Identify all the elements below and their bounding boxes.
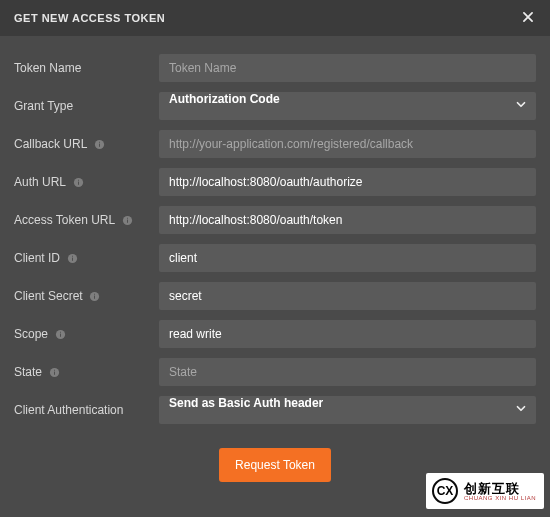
row-client-auth: Client Authentication Send as Basic Auth… (14, 396, 536, 424)
info-icon (48, 366, 60, 378)
svg-rect-19 (54, 371, 55, 374)
callback-url-input[interactable] (159, 130, 536, 158)
label-text: State (14, 365, 42, 379)
select-value: Send as Basic Auth header (169, 396, 323, 410)
svg-rect-17 (60, 331, 61, 332)
modal-body: Token Name Grant Type Authorization Code… (0, 36, 550, 504)
label-client-secret: Client Secret (14, 289, 159, 303)
label-callback-url: Callback URL (14, 137, 159, 151)
row-state: State (14, 358, 536, 386)
info-icon (54, 328, 66, 340)
row-client-id: Client ID (14, 244, 536, 272)
watermark-logo: CX (432, 478, 458, 504)
svg-rect-7 (127, 219, 128, 222)
svg-rect-20 (54, 369, 55, 370)
watermark: CX 创新互联 CHUANG XIN HU LIAN (426, 473, 544, 509)
svg-rect-2 (99, 141, 100, 142)
row-auth-url: Auth URL (14, 168, 536, 196)
row-callback-url: Callback URL (14, 130, 536, 158)
info-icon (121, 214, 133, 226)
svg-rect-13 (94, 295, 95, 298)
state-input[interactable] (159, 358, 536, 386)
svg-rect-8 (127, 217, 128, 218)
label-text: Client Secret (14, 289, 83, 303)
label-text: Callback URL (14, 137, 87, 151)
info-icon (93, 138, 105, 150)
label-text: Access Token URL (14, 213, 115, 227)
grant-type-select[interactable]: Authorization Code (159, 92, 536, 120)
row-token-name: Token Name (14, 54, 536, 82)
watermark-en: CHUANG XIN HU LIAN (464, 495, 536, 501)
label-text: Client Authentication (14, 403, 123, 417)
label-text: Scope (14, 327, 48, 341)
info-icon (72, 176, 84, 188)
select-value: Authorization Code (169, 92, 280, 106)
svg-rect-10 (72, 257, 73, 260)
label-text: Token Name (14, 61, 81, 75)
svg-rect-4 (78, 181, 79, 184)
modal-title: GET NEW ACCESS TOKEN (14, 12, 165, 24)
label-token-name: Token Name (14, 61, 159, 75)
label-state: State (14, 365, 159, 379)
scope-input[interactable] (159, 320, 536, 348)
label-grant-type: Grant Type (14, 99, 159, 113)
client-id-input[interactable] (159, 244, 536, 272)
watermark-cn: 创新互联 (464, 482, 536, 495)
svg-rect-1 (99, 143, 100, 146)
info-icon (66, 252, 78, 264)
svg-rect-16 (60, 333, 61, 336)
info-icon (89, 290, 101, 302)
close-button[interactable] (520, 10, 536, 26)
svg-rect-14 (94, 293, 95, 294)
row-client-secret: Client Secret (14, 282, 536, 310)
row-scope: Scope (14, 320, 536, 348)
label-client-id: Client ID (14, 251, 159, 265)
watermark-text: 创新互联 CHUANG XIN HU LIAN (464, 482, 536, 501)
auth-url-input[interactable] (159, 168, 536, 196)
row-access-token-url: Access Token URL (14, 206, 536, 234)
row-grant-type: Grant Type Authorization Code (14, 92, 536, 120)
modal-header: GET NEW ACCESS TOKEN (0, 0, 550, 36)
client-auth-select[interactable]: Send as Basic Auth header (159, 396, 536, 424)
close-icon (521, 10, 535, 27)
access-token-url-input[interactable] (159, 206, 536, 234)
label-scope: Scope (14, 327, 159, 341)
label-text: Grant Type (14, 99, 73, 113)
label-text: Client ID (14, 251, 60, 265)
label-auth-url: Auth URL (14, 175, 159, 189)
svg-rect-11 (72, 255, 73, 256)
label-client-auth: Client Authentication (14, 403, 159, 417)
client-secret-input[interactable] (159, 282, 536, 310)
label-access-token-url: Access Token URL (14, 213, 159, 227)
label-text: Auth URL (14, 175, 66, 189)
token-name-input[interactable] (159, 54, 536, 82)
svg-rect-5 (78, 179, 79, 180)
request-token-button[interactable]: Request Token (219, 448, 331, 482)
